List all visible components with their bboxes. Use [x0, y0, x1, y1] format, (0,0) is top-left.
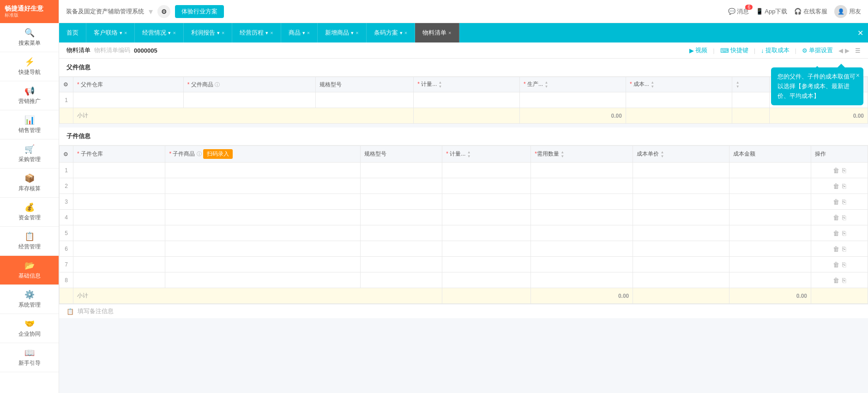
- child-product-cell[interactable]: [165, 241, 360, 257]
- delete-row-button[interactable]: 🗑: [833, 198, 839, 206]
- child-spec-cell[interactable]: [360, 163, 442, 178]
- child-warehouse-cell[interactable]: [73, 178, 165, 194]
- copy-row-button[interactable]: ⎘: [842, 277, 846, 284]
- child-unit-price-cell[interactable]: [633, 210, 729, 225]
- settings-action[interactable]: ⚙ 单据设置: [802, 46, 833, 54]
- tab-close-icon[interactable]: ×: [270, 30, 273, 36]
- delete-row-button[interactable]: 🗑: [833, 182, 839, 190]
- child-warehouse-cell[interactable]: [73, 257, 165, 272]
- child-unit-price-cell[interactable]: [633, 163, 729, 178]
- sidebar-item-basic[interactable]: 📂 基础信息: [0, 256, 59, 285]
- tab-goods[interactable]: 商品 ▾ ×: [281, 23, 318, 42]
- child-warehouse-cell[interactable]: [73, 272, 165, 288]
- delete-row-button[interactable]: 🗑: [833, 261, 839, 268]
- tab-close-icon[interactable]: ×: [356, 30, 358, 36]
- tab-new-goods[interactable]: 新增商品 ▾ ×: [318, 23, 366, 42]
- tab-close-icon[interactable]: ×: [173, 30, 175, 36]
- col-settings-child[interactable]: ⚙: [60, 146, 73, 163]
- child-unit-cell[interactable]: [442, 178, 531, 194]
- view-action[interactable]: ▶ 视频: [689, 46, 707, 54]
- copy-row-button[interactable]: ⎘: [842, 261, 846, 268]
- delete-row-button[interactable]: 🗑: [833, 167, 839, 174]
- child-product-cell[interactable]: [165, 210, 360, 225]
- sidebar-item-quicknav[interactable]: ⚡ 快捷导航: [0, 52, 59, 81]
- child-product-cell[interactable]: [165, 225, 360, 241]
- online-service-button[interactable]: 🎧 在线客服: [794, 7, 827, 16]
- child-spec-cell[interactable]: [360, 257, 442, 272]
- child-qty-cell[interactable]: [531, 178, 633, 194]
- scan-input-button[interactable]: 扫码录入: [203, 149, 233, 159]
- child-warehouse-cell[interactable]: [73, 163, 165, 178]
- sidebar-item-system[interactable]: ⚙️ 系统管理: [0, 285, 59, 314]
- tab-close-icon[interactable]: ×: [222, 30, 224, 36]
- child-product-cell[interactable]: [165, 272, 360, 288]
- child-qty-cell[interactable]: [531, 163, 633, 178]
- parent-spec-cell[interactable]: [315, 92, 414, 108]
- parent-unit-cell[interactable]: [414, 92, 520, 108]
- child-unit-price-cell[interactable]: [633, 225, 729, 241]
- child-unit-cell[interactable]: [442, 225, 531, 241]
- child-unit-price-cell[interactable]: [633, 194, 729, 210]
- delete-row-button[interactable]: 🗑: [833, 277, 839, 284]
- parent-cost-cell[interactable]: [626, 92, 732, 108]
- tab-bom[interactable]: 物料清单 ×: [415, 23, 459, 42]
- child-unit-cell[interactable]: [442, 210, 531, 225]
- child-qty-cell[interactable]: [531, 194, 633, 210]
- copy-row-button[interactable]: ⎘: [842, 230, 846, 237]
- child-unit-price-cell[interactable]: [633, 272, 729, 288]
- child-spec-cell[interactable]: [360, 178, 442, 194]
- child-unit-cell[interactable]: [442, 194, 531, 210]
- child-unit-price-cell[interactable]: [633, 257, 729, 272]
- tooltip-close[interactable]: ×: [856, 70, 860, 80]
- tab-operations[interactable]: 经营情况 ▾ ×: [135, 23, 183, 42]
- tab-history[interactable]: 经营历程 ▾ ×: [232, 23, 281, 42]
- child-unit-price-cell[interactable]: [633, 241, 729, 257]
- tab-profit[interactable]: 利润报告 ▾ ×: [184, 23, 232, 42]
- child-qty-cell[interactable]: [531, 241, 633, 257]
- tab-close-icon[interactable]: ×: [307, 30, 310, 36]
- child-spec-cell[interactable]: [360, 241, 442, 257]
- copy-row-button[interactable]: ⎘: [842, 182, 846, 190]
- sidebar-item-inventory[interactable]: 📦 库存核算: [0, 169, 59, 198]
- child-product-cell[interactable]: [165, 257, 360, 272]
- app-download-button[interactable]: 📱 App下载: [756, 7, 787, 16]
- child-warehouse-cell[interactable]: [73, 210, 165, 225]
- child-qty-cell[interactable]: [531, 225, 633, 241]
- expand-icon[interactable]: ☰: [855, 47, 861, 54]
- cost-action[interactable]: ↓ 提取成本: [761, 46, 790, 54]
- user-avatar[interactable]: 👤 用友: [834, 5, 861, 18]
- delete-row-button[interactable]: 🗑: [833, 230, 839, 237]
- sidebar-item-search[interactable]: 🔍 搜索菜单: [0, 23, 59, 52]
- sidebar-item-marketing[interactable]: 📢 营销推广: [0, 81, 59, 110]
- parent-warehouse-cell[interactable]: [73, 92, 184, 108]
- note-hint[interactable]: 填写备注信息: [78, 307, 114, 315]
- child-product-cell[interactable]: [165, 194, 360, 210]
- child-unit-price-cell[interactable]: [633, 178, 729, 194]
- child-unit-cell[interactable]: [442, 241, 531, 257]
- tab-close-icon[interactable]: ×: [124, 30, 127, 36]
- sidebar-item-purchase[interactable]: 🛒 采购管理: [0, 139, 59, 169]
- sidebar-item-ops[interactable]: 📋 经营管理: [0, 227, 59, 256]
- child-qty-cell[interactable]: [531, 210, 633, 225]
- dropdown-arrow-icon[interactable]: ▾: [149, 6, 153, 17]
- tab-close-icon[interactable]: ×: [448, 30, 451, 36]
- copy-row-button[interactable]: ⎘: [842, 167, 846, 174]
- sidebar-item-guide[interactable]: 📖 新手引导: [0, 343, 59, 372]
- settings-button[interactable]: ⚙: [157, 5, 170, 18]
- child-warehouse-cell[interactable]: [73, 194, 165, 210]
- shortcut-action[interactable]: ⌨ 快捷键: [720, 46, 748, 54]
- copy-row-button[interactable]: ⎘: [842, 214, 846, 221]
- tab-barcode[interactable]: 条码方案 ▾ ×: [367, 23, 415, 42]
- child-unit-cell[interactable]: [442, 257, 531, 272]
- sidebar-item-collab[interactable]: 🤝 企业协同: [0, 314, 59, 343]
- child-spec-cell[interactable]: [360, 210, 442, 225]
- close-all-tabs-button[interactable]: ✕: [853, 29, 868, 37]
- nav-right-icon[interactable]: ▶: [845, 47, 850, 54]
- sidebar-item-sales[interactable]: 📊 销售管理: [0, 110, 59, 139]
- col-settings[interactable]: ⚙: [60, 77, 73, 92]
- child-unit-cell[interactable]: [442, 163, 531, 178]
- copy-row-button[interactable]: ⎘: [842, 245, 846, 253]
- child-unit-cell[interactable]: [442, 272, 531, 288]
- child-product-cell[interactable]: [165, 178, 360, 194]
- child-warehouse-cell[interactable]: [73, 241, 165, 257]
